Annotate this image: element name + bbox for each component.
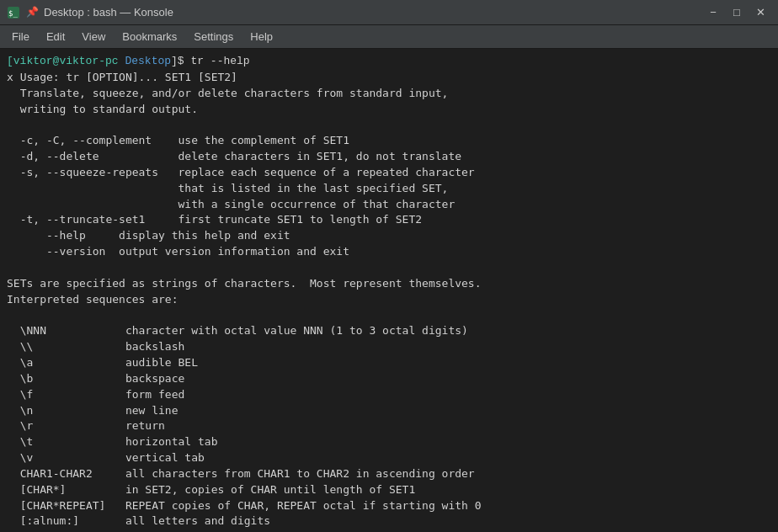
- menu-bookmarks[interactable]: Bookmarks: [114, 25, 185, 49]
- prompt-dir: Desktop: [119, 54, 171, 70]
- menu-edit[interactable]: Edit: [38, 25, 73, 49]
- minimize-button[interactable]: −: [702, 3, 724, 22]
- maximize-button[interactable]: □: [726, 3, 748, 22]
- menu-bar: File Edit View Bookmarks Settings Help: [0, 25, 778, 49]
- prompt-user: [viktor@viktor-pc: [7, 54, 119, 70]
- menu-settings[interactable]: Settings: [185, 25, 242, 49]
- title-bar: $_ 📌 Desktop : bash — Konsole − □ ✕: [0, 0, 778, 25]
- menu-help[interactable]: Help: [242, 25, 281, 49]
- window-controls: − □ ✕: [702, 3, 771, 22]
- menu-file[interactable]: File: [3, 25, 38, 49]
- window-title: Desktop : bash — Konsole: [44, 6, 173, 19]
- terminal-text: x Usage: tr [OPTION]... SET1 [SET2] Tran…: [7, 70, 771, 532]
- svg-text:$_: $_: [8, 9, 18, 18]
- title-bar-left: $_ 📌 Desktop : bash — Konsole: [7, 6, 173, 19]
- terminal-output[interactable]: [viktor@viktor-pc Desktop ]$ tr --help x…: [0, 49, 778, 532]
- prompt-symbol: ]$: [171, 54, 184, 70]
- menu-view[interactable]: View: [73, 25, 114, 49]
- konsole-icon: $_: [7, 6, 20, 19]
- prompt-command: tr --help: [184, 54, 250, 70]
- close-button[interactable]: ✕: [749, 3, 771, 22]
- command-line: [viktor@viktor-pc Desktop ]$ tr --help: [7, 54, 771, 70]
- pin-icon: 📌: [25, 6, 39, 19]
